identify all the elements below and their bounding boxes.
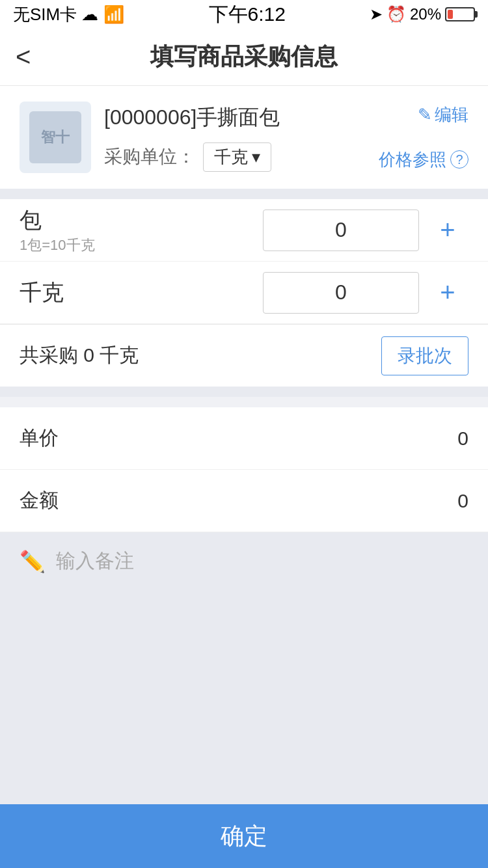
edit-label: 编辑 [435, 103, 468, 126]
wifi-icon: 📶 [103, 5, 124, 25]
bag-label: 包 [20, 206, 95, 236]
edit-icon: ✎ [418, 105, 432, 125]
unit-price-value: 0 [457, 427, 468, 450]
separator-2 [0, 387, 488, 397]
price-ref-help-icon: ? [450, 150, 468, 169]
bag-input[interactable]: 0 [263, 210, 419, 251]
amount-label: 金额 [20, 487, 457, 514]
kg-row: 千克 0 + [0, 262, 488, 324]
price-info-section: 单价 0 金额 0 [0, 407, 488, 532]
pencil-icon: ✏️ [20, 549, 46, 574]
bag-label-container: 包 1包=10千克 [20, 206, 95, 255]
bag-plus-button[interactable]: + [427, 210, 468, 251]
page-title: 填写商品采购信息 [150, 41, 338, 73]
kg-label-container: 千克 [20, 278, 85, 308]
battery-percent: 20% [410, 5, 441, 23]
confirm-label: 确定 [221, 821, 267, 852]
status-right: ➤ ⏰ 20% [370, 5, 475, 23]
unit-value: 千克 [214, 146, 248, 169]
amount-value: 0 [457, 490, 468, 512]
product-card: 智十 [0000006]手撕面包 ✎ 编辑 采购单位： 千克 ▾ 价格参照 ? [0, 86, 488, 189]
total-label: 共采购 0 千克 [20, 342, 381, 369]
unit-dropdown-icon: ▾ [252, 147, 260, 167]
separator-1 [0, 189, 488, 199]
kg-value: 0 [335, 280, 347, 305]
carrier-text: 无SIM卡 ☁ [13, 3, 98, 26]
notes-placeholder: 输入备注 [56, 548, 134, 575]
unit-row: 采购单位： 千克 ▾ [104, 142, 271, 172]
product-name: [0000006]手撕面包 [104, 103, 280, 132]
input-section: 包 1包=10千克 0 + 千克 0 + [0, 199, 488, 324]
location-icon: ➤ [370, 5, 383, 23]
unit-price-label: 单价 [20, 425, 457, 452]
confirm-button[interactable]: 确定 [0, 804, 488, 868]
batch-button[interactable]: 录批次 [381, 336, 468, 375]
unit-label: 采购单位： [104, 144, 195, 169]
edit-button[interactable]: ✎ 编辑 [418, 103, 468, 126]
status-bar: 无SIM卡 ☁ 📶 下午6:12 ➤ ⏰ 20% [0, 0, 488, 29]
notes-section[interactable]: ✏️ 输入备注 [0, 532, 488, 590]
status-carrier: 无SIM卡 ☁ 📶 [13, 3, 124, 26]
empty-area [0, 590, 488, 837]
nav-bar: < 填写商品采购信息 [0, 29, 488, 86]
bag-row: 包 1包=10千克 0 + [0, 199, 488, 262]
product-image: 智十 [20, 102, 91, 173]
status-time: 下午6:12 [209, 1, 286, 28]
battery-icon [445, 7, 475, 21]
unit-price-row: 单价 0 [0, 407, 488, 470]
amount-row: 金额 0 [0, 470, 488, 532]
back-button[interactable]: < [16, 42, 31, 72]
unit-select[interactable]: 千克 ▾ [203, 142, 271, 172]
price-ref-label: 价格参照 [379, 148, 446, 171]
product-info: [0000006]手撕面包 ✎ 编辑 采购单位： 千克 ▾ 价格参照 ? [104, 103, 468, 172]
kg-plus-button[interactable]: + [427, 272, 468, 314]
kg-label: 千克 [20, 278, 85, 308]
total-row: 共采购 0 千克 录批次 [0, 324, 488, 387]
kg-input[interactable]: 0 [263, 272, 419, 314]
bag-unit-label: 1包=10千克 [20, 236, 95, 255]
bag-value: 0 [335, 218, 347, 242]
product-logo: 智十 [29, 111, 81, 163]
price-ref-button[interactable]: 价格参照 ? [379, 148, 468, 171]
alarm-icon: ⏰ [386, 5, 406, 23]
